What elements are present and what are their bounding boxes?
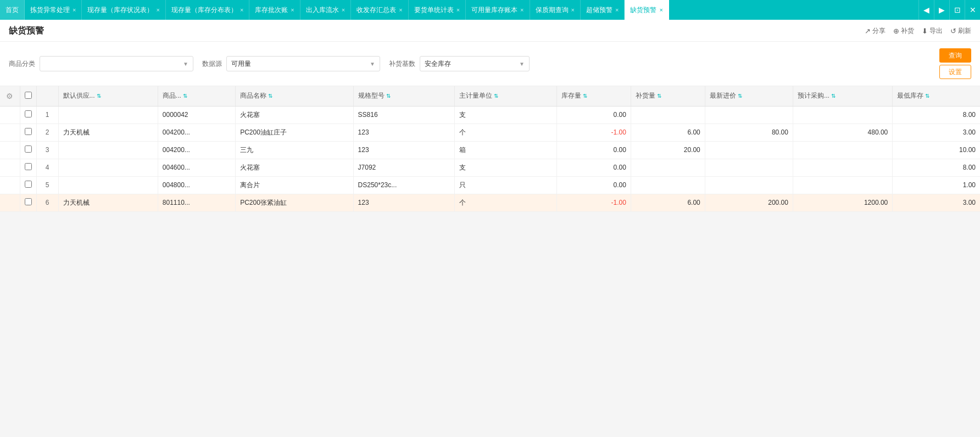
select-all-header[interactable] bbox=[20, 86, 36, 106]
row-checkbox-cell[interactable] bbox=[20, 124, 36, 141]
select-all-checkbox[interactable] bbox=[25, 92, 32, 99]
row-checkbox[interactable] bbox=[25, 163, 32, 170]
close-icon[interactable]: × bbox=[520, 7, 524, 13]
filter-row: 商品分类 ▼ 数据源 可用量 ▼ 补货基数 安全库存 ▼ 查询 设置 bbox=[0, 42, 980, 86]
table-body: 1 0000042 火花塞 SS816 支 0.00 8.00 2 力天机械 0… bbox=[0, 106, 980, 211]
nav-tab-1[interactable]: 拣货异常处理 × bbox=[25, 0, 82, 20]
gear-icon[interactable]: ⚙ bbox=[6, 92, 13, 100]
row-min-stock: 8.00 bbox=[893, 106, 980, 124]
row-checkbox[interactable] bbox=[25, 110, 32, 117]
share-button[interactable]: ↗ 分享 bbox=[865, 26, 886, 36]
nav-close-button[interactable]: ✕ bbox=[965, 0, 980, 20]
latest-price-header[interactable]: 最新进价 ⇅ bbox=[705, 86, 793, 106]
category-select[interactable]: ▼ bbox=[40, 56, 193, 71]
spec-header[interactable]: 规格型号 ⇅ bbox=[353, 86, 455, 106]
row-latest-price bbox=[705, 106, 793, 124]
replenish-label: 补货 bbox=[901, 26, 914, 36]
nav-tab-9[interactable]: 保质期查询 × bbox=[530, 0, 581, 20]
nav-tab-label: 缺货预警 bbox=[630, 5, 656, 15]
row-checkbox-cell[interactable] bbox=[20, 159, 36, 176]
row-stock: 0.00 bbox=[556, 106, 631, 124]
row-estimated-purchase bbox=[793, 176, 892, 194]
supplier-header[interactable]: 默认供应... ⇅ bbox=[58, 86, 158, 106]
nav-next-button[interactable]: ▶ bbox=[934, 0, 949, 20]
export-button[interactable]: ⬇ 导出 bbox=[922, 26, 943, 36]
row-replenish: 20.00 bbox=[631, 141, 705, 159]
replenish-base-filter-group: 补货基数 安全库存 ▼ bbox=[389, 56, 530, 71]
row-checkbox[interactable] bbox=[25, 198, 32, 205]
row-stock: 0.00 bbox=[556, 159, 631, 176]
row-unit: 支 bbox=[455, 159, 557, 176]
close-icon[interactable]: × bbox=[342, 7, 345, 13]
nav-tab-8[interactable]: 可用量库存账本 × bbox=[466, 0, 530, 20]
table-row: 4 004600... 火花塞 J7092 支 0.00 8.00 bbox=[0, 159, 980, 176]
unit-header-label: 主计量单位 bbox=[459, 91, 492, 100]
row-name: PC200张紧油缸 bbox=[236, 194, 353, 211]
nav-tab-label: 保质期查询 bbox=[536, 5, 569, 15]
query-button[interactable]: 查询 bbox=[939, 48, 971, 63]
row-checkbox[interactable] bbox=[25, 128, 32, 135]
datasource-select[interactable]: 可用量 ▼ bbox=[226, 56, 380, 71]
estimated-purchase-header[interactable]: 预计采购... ⇅ bbox=[793, 86, 892, 106]
nav-tab-label: 拣货异常处理 bbox=[30, 5, 70, 15]
replenish-header[interactable]: 补货量 ⇅ bbox=[631, 86, 705, 106]
row-unit: 支 bbox=[455, 106, 557, 124]
close-icon[interactable]: × bbox=[615, 7, 619, 13]
row-code: 004200... bbox=[158, 124, 235, 141]
row-estimated-purchase bbox=[793, 141, 892, 159]
row-checkbox-cell[interactable] bbox=[20, 194, 36, 211]
row-checkbox[interactable] bbox=[25, 145, 32, 153]
nav-maximize-button[interactable]: ⊡ bbox=[949, 0, 965, 20]
unit-header[interactable]: 主计量单位 ⇅ bbox=[455, 86, 557, 106]
close-icon[interactable]: × bbox=[156, 7, 159, 13]
nav-prev-button[interactable]: ◀ bbox=[918, 0, 934, 20]
row-checkbox-cell[interactable] bbox=[20, 141, 36, 159]
replenish-base-select[interactable]: 安全库存 ▼ bbox=[420, 56, 530, 71]
nav-tab-7[interactable]: 要货单统计表 × bbox=[409, 0, 466, 20]
replenish-button[interactable]: ⊕ 补货 bbox=[893, 26, 914, 36]
row-checkbox-cell[interactable] bbox=[20, 106, 36, 124]
name-header[interactable]: 商品名称 ⇅ bbox=[236, 86, 353, 106]
datasource-label: 数据源 bbox=[202, 59, 222, 69]
row-checkbox-cell[interactable] bbox=[20, 176, 36, 194]
close-icon[interactable]: × bbox=[659, 7, 662, 13]
row-checkbox[interactable] bbox=[25, 181, 32, 188]
export-label: 导出 bbox=[929, 26, 943, 36]
settings-button[interactable]: 设置 bbox=[939, 65, 971, 79]
row-stock: -1.00 bbox=[556, 124, 631, 141]
nav-tab-3[interactable]: 现存量（库存分布表） × bbox=[166, 0, 249, 20]
row-latest-price bbox=[705, 159, 793, 176]
nav-tab-5[interactable]: 出入库流水 × bbox=[300, 0, 351, 20]
row-estimated-purchase: 1200.00 bbox=[793, 194, 892, 211]
latest-price-header-label: 最新进价 bbox=[710, 91, 736, 100]
nav-tab-active[interactable]: 缺货预警 × bbox=[625, 0, 669, 20]
close-icon[interactable]: × bbox=[73, 7, 76, 13]
close-icon[interactable]: × bbox=[456, 7, 460, 13]
stock-header[interactable]: 库存量 ⇅ bbox=[556, 86, 631, 106]
row-gear-cell bbox=[0, 176, 20, 194]
code-header-label: 商品... bbox=[163, 91, 181, 100]
nav-tab-label: 库存批次账 bbox=[255, 5, 288, 15]
nav-tab-4[interactable]: 库存批次账 × bbox=[249, 0, 300, 20]
replenish-base-label: 补货基数 bbox=[389, 59, 415, 69]
refresh-button[interactable]: ↺ 刷新 bbox=[950, 26, 971, 36]
min-stock-header[interactable]: 最低库存 ⇅ bbox=[893, 86, 980, 106]
nav-tab-2[interactable]: 现存量（库存状况表） × bbox=[82, 0, 165, 20]
row-spec: DS250*23c... bbox=[353, 176, 455, 194]
close-icon[interactable]: × bbox=[571, 7, 575, 13]
row-spec: 123 bbox=[353, 141, 455, 159]
code-header[interactable]: 商品... ⇅ bbox=[158, 86, 235, 106]
gear-settings-header[interactable]: ⚙ bbox=[0, 86, 20, 106]
nav-tab-home[interactable]: 首页 bbox=[0, 0, 25, 20]
chevron-down-icon: ▼ bbox=[183, 61, 188, 67]
nav-tab-6[interactable]: 收发存汇总表 × bbox=[351, 0, 408, 20]
spec-header-label: 规格型号 bbox=[358, 91, 385, 100]
replenish-base-value: 安全库存 bbox=[425, 59, 451, 69]
close-icon[interactable]: × bbox=[240, 7, 243, 13]
nav-tab-label: 要货单统计表 bbox=[414, 5, 454, 15]
close-icon[interactable]: × bbox=[291, 7, 294, 13]
nav-tab-10[interactable]: 超储预警 × bbox=[581, 0, 625, 20]
row-index: 6 bbox=[36, 194, 58, 211]
stock-header-label: 库存量 bbox=[561, 91, 581, 100]
close-icon[interactable]: × bbox=[399, 7, 402, 13]
